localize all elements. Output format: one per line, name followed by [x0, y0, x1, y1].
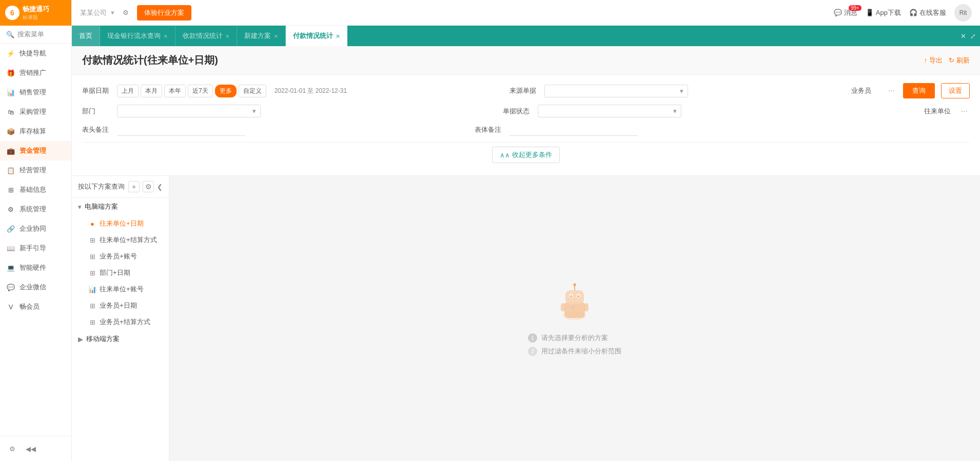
payment-stats-label: 付款情况统计 — [293, 31, 333, 41]
robot-illustration: ? — [552, 281, 598, 327]
body-note-label: 表体备注 — [475, 125, 503, 134]
source-select-arrow-icon: ▾ — [680, 87, 683, 95]
tab-payment-stats[interactable]: 付款情况统计 × — [286, 26, 348, 46]
dept-select[interactable]: ▾ — [117, 105, 261, 117]
tab-bank-flow[interactable]: 现金银行流水查询 × — [100, 26, 175, 46]
svg-point-8 — [577, 295, 579, 297]
filter-row-1: 单据日期 上月 本月 本年 近7天 更多 自定义 2022-01-01 至 20… — [82, 83, 970, 98]
salesperson-ellipsis-btn[interactable]: ··· — [886, 86, 897, 95]
scheme-data-area: 按以下方案查询 + ⚙ ❮ ▾ 电脑端方案 ● 往来单 — [72, 176, 980, 461]
grid-small-icon-5: ⊞ — [88, 302, 96, 310]
sidebar-item-sales[interactable]: 📊 销售管理 — [0, 83, 71, 102]
sidebar-item-wechat[interactable]: 💬 企业微信 — [0, 277, 71, 297]
scheme-panel-collapse-btn[interactable]: ❮ — [157, 183, 163, 191]
hint-num-1: 1 — [528, 333, 537, 343]
svg-text:?: ? — [572, 305, 574, 310]
header-note-input[interactable] — [117, 124, 245, 136]
query-btn[interactable]: 查询 — [903, 83, 935, 98]
search-menu[interactable]: 🔍 搜索菜单 — [0, 26, 71, 44]
scheme-item-salesperson-account[interactable]: ⊞ 业务员+账号 — [82, 248, 169, 265]
sidebar-label-inventory: 库存核算 — [19, 127, 46, 136]
date-btn-7days[interactable]: 近7天 — [188, 85, 213, 97]
sidebar-item-inventory[interactable]: 📦 库存核算 — [0, 122, 71, 141]
tab-home[interactable]: 首页 — [72, 26, 100, 46]
topbar-gear-btn[interactable]: ⚙ — [119, 6, 133, 20]
sidebar-item-quick-nav[interactable]: ⚡ 快捷导航 — [0, 44, 71, 63]
date-btn-custom[interactable]: 自定义 — [239, 85, 266, 97]
source-select[interactable]: ▾ — [544, 85, 688, 97]
sidebar-logo: 6 畅捷通巧 标准版 — [0, 0, 71, 26]
date-btn-last-month[interactable]: 上月 — [117, 85, 139, 97]
sidebar-item-hardware[interactable]: 💻 智能硬件 — [0, 258, 71, 277]
sidebar-item-guide[interactable]: 📖 新手引导 — [0, 238, 71, 258]
trial-btn[interactable]: 体验行业方案 — [137, 5, 191, 21]
date-btn-this-month[interactable]: 本月 — [141, 85, 162, 97]
wallet-icon: 💼 — [6, 146, 15, 155]
scheme-item-salesperson-date[interactable]: ⊞ 业务员+日期 — [82, 297, 169, 314]
online-service-btn[interactable]: 🎧 在线客服 — [909, 8, 946, 17]
sidebar-item-system[interactable]: ⚙ 系统管理 — [0, 199, 71, 219]
export-label: 导出 — [929, 56, 943, 65]
notification-btn[interactable]: 💬 消息 99+ — [834, 8, 857, 17]
headset-icon: 🎧 — [909, 9, 917, 16]
scheme-item-dept-date[interactable]: ⊞ 部门+日期 — [82, 265, 169, 281]
box-icon: 📦 — [6, 127, 15, 136]
doc-status-arrow-icon: ▾ — [673, 107, 677, 115]
sidebar-item-operation[interactable]: 📋 经营管理 — [0, 161, 71, 180]
export-btn[interactable]: ↑ 导出 — [924, 56, 943, 65]
svg-rect-2 — [561, 303, 565, 311]
tab-new-scheme[interactable]: 新建方案 × — [237, 26, 286, 46]
receipt-stats-close-btn[interactable]: × — [226, 32, 230, 40]
scheme-item-counterpart-settle[interactable]: ⊞ 往来单位+结算方式 — [82, 232, 169, 248]
svg-point-7 — [570, 295, 572, 297]
sidebar-label-purchase: 采购管理 — [19, 107, 46, 116]
date-options: 上月 本月 本年 近7天 更多 自定义 — [117, 85, 266, 97]
filter-row-2: 部门 ▾ 单据状态 ▾ 往来单位 ··· — [82, 105, 970, 117]
search-icon: 🔍 — [6, 31, 14, 38]
sidebar-item-base[interactable]: ⊞ 基础信息 — [0, 180, 71, 199]
sidebar-item-marketing[interactable]: 🎁 营销推广 — [0, 63, 71, 83]
sidebar-collapse-btn[interactable]: ◀◀ — [24, 442, 38, 456]
sidebar-item-purchase[interactable]: 🛍 采购管理 — [0, 102, 71, 122]
user-avatar[interactable]: Rit — [954, 4, 972, 22]
counterpart-ellipsis-btn[interactable]: ··· — [959, 107, 970, 116]
date-range-display: 2022-01-01 至 2022-12-31 — [275, 87, 347, 95]
scheme-item-counterpart-date[interactable]: ● 往来单位+日期 — [82, 215, 169, 232]
collapse-more-btn[interactable]: ∧∧ 收起更多条件 — [492, 147, 560, 163]
new-scheme-close-btn[interactable]: × — [274, 32, 278, 40]
payment-stats-close-btn[interactable]: × — [336, 32, 340, 40]
scheme-group-mobile-toggle[interactable]: ▶ 移动端方案 — [72, 330, 169, 348]
setting-btn[interactable]: 设置 — [941, 83, 970, 98]
app-version: 标准版 — [23, 14, 49, 21]
content-area: 付款情况统计(往来单位+日期) ↑ 导出 ↻ 刷新 单据日期 上月 本月 — [72, 46, 980, 461]
scheme-add-btn[interactable]: + — [128, 181, 140, 192]
home-label: 首页 — [79, 31, 92, 41]
tab-expand-btn[interactable]: ⤢ — [970, 32, 976, 40]
grid-icon: ⊞ — [6, 185, 15, 194]
refresh-btn[interactable]: ↻ 刷新 — [949, 56, 970, 65]
date-btn-this-year[interactable]: 本年 — [164, 85, 186, 97]
tab-close-all-btn[interactable]: ✕ — [961, 32, 966, 40]
scheme-item-counterpart-account[interactable]: 📊 往来单位+账号 — [82, 281, 169, 297]
phone-icon: 📱 — [866, 9, 874, 16]
app-download-btn[interactable]: 📱 App下载 — [866, 8, 901, 17]
sidebar-label-quick-nav: 快捷导航 — [19, 49, 46, 58]
sidebar-item-member[interactable]: V 畅会员 — [0, 297, 71, 316]
scheme-group-pc-toggle[interactable]: ▾ 电脑端方案 — [72, 198, 169, 215]
date-btn-more[interactable]: 更多 — [215, 85, 237, 97]
doc-status-select[interactable]: ▾ — [538, 105, 681, 117]
bank-flow-close-btn[interactable]: × — [164, 32, 168, 40]
scheme-settings-btn[interactable]: ⚙ — [143, 181, 154, 192]
sidebar: 6 畅捷通巧 标准版 🔍 搜索菜单 ⚡ 快捷导航 🎁 营销推广 📊 销售管理 🛍… — [0, 0, 72, 461]
scheme-item-salesperson-settle[interactable]: ⊞ 业务员+结算方式 — [82, 314, 169, 330]
sidebar-item-finance[interactable]: 💼 资金管理 — [0, 141, 71, 161]
placeholder-hints: 1 请先选择要分析的方案 2 用过滤条件来缩小分析范围 — [528, 333, 621, 356]
sidebar-settings-btn[interactable]: ⚙ — [5, 442, 19, 456]
sidebar-label-operation: 经营管理 — [19, 166, 46, 175]
body-note-input[interactable] — [509, 124, 638, 136]
online-service-label: 在线客服 — [919, 8, 946, 17]
tab-receipt-stats[interactable]: 收款情况统计 × — [175, 26, 238, 46]
sidebar-item-enterprise[interactable]: 🔗 企业协同 — [0, 219, 71, 238]
filter-bottom: ∧∧ 收起更多条件 — [82, 142, 970, 167]
notification-badge: 99+ — [849, 5, 861, 11]
